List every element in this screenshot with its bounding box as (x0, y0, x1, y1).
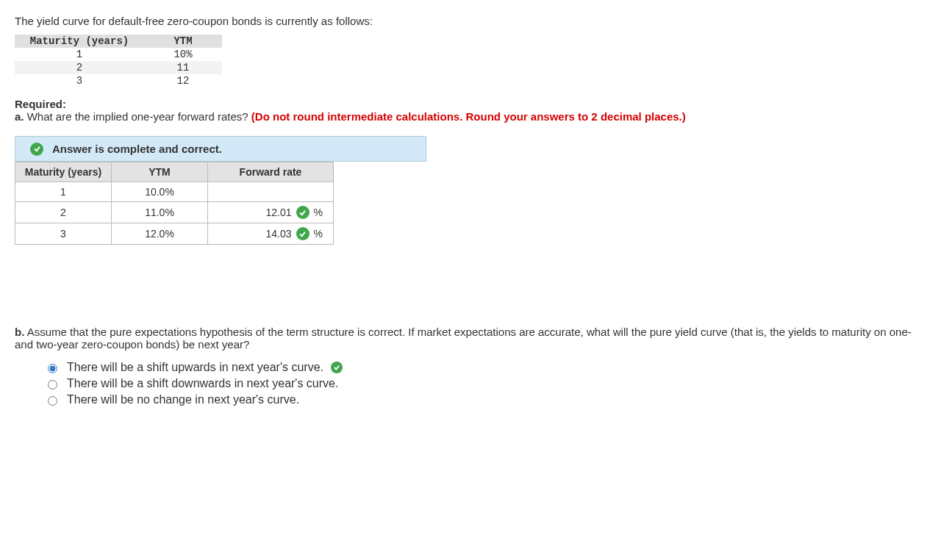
option-radio[interactable] (48, 364, 57, 373)
option-label: There will be a shift downwards in next … (67, 377, 338, 390)
given-cell: 11 (144, 61, 222, 74)
given-header-maturity: Maturity (years) (15, 35, 144, 48)
fwd-value: 14.03 (260, 228, 292, 240)
ytm-cell: 12.0% (112, 223, 208, 245)
table-row: 1 10.0% (15, 182, 334, 202)
part-b-prompt: b. Assume that the pure expectations hyp… (15, 326, 926, 351)
ytm-cell: 11.0% (112, 202, 208, 223)
pct-label: % (314, 228, 323, 240)
banner-text: Answer is complete and correct. (52, 143, 222, 155)
given-table: Maturity (years) YTM 110% 211 312 (15, 35, 222, 87)
fwd-value: 12.01 (260, 207, 292, 218)
table-row: 2 11.0% 12.01 % (15, 202, 334, 223)
ans-header-ytm: YTM (112, 162, 208, 182)
part-a-text: What are the implied one-year forward ra… (24, 110, 251, 123)
ytm-cell: 10.0% (112, 182, 208, 202)
intro-text: The yield curve for default-free zero-co… (15, 15, 926, 27)
check-icon (296, 227, 310, 240)
option-row: There will be a shift downwards in next … (44, 377, 926, 390)
ans-header-fwd: Forward rate (208, 162, 334, 182)
given-cell: 3 (15, 74, 144, 87)
fwd-cell[interactable]: 12.01 % (208, 202, 334, 223)
table-row: 3 12.0% 14.03 % (15, 223, 334, 245)
part-a-prompt: a. What are the implied one-year forward… (15, 110, 926, 123)
part-a-hint: (Do not round intermediate calculations.… (251, 110, 686, 123)
option-label: There will be no change in next year's c… (67, 393, 299, 406)
required-label: Required: (15, 98, 926, 110)
given-cell: 1 (15, 48, 144, 61)
option-radio[interactable] (48, 380, 57, 390)
fwd-cell (208, 182, 334, 202)
check-icon (30, 143, 43, 156)
option-row: There will be a shift upwards in next ye… (44, 361, 926, 374)
check-icon (331, 362, 343, 373)
given-cell: 12 (144, 74, 222, 87)
check-icon (296, 206, 310, 219)
fwd-cell[interactable]: 14.03 % (208, 223, 334, 245)
mat-cell: 2 (15, 202, 112, 223)
answer-banner: Answer is complete and correct. (15, 136, 426, 162)
given-header-ytm: YTM (144, 35, 222, 48)
part-b-prefix: b. (15, 326, 24, 338)
mat-cell: 1 (15, 182, 112, 202)
options-group: There will be a shift upwards in next ye… (44, 361, 926, 406)
mat-cell: 3 (15, 223, 112, 245)
ans-header-maturity: Maturity (years) (15, 162, 112, 182)
option-label: There will be a shift upwards in next ye… (67, 361, 323, 374)
given-cell: 2 (15, 61, 144, 74)
pct-label: % (314, 207, 323, 218)
answer-table: Maturity (years) YTM Forward rate 1 10.0… (15, 162, 334, 245)
part-a-prefix: a. (15, 110, 24, 123)
option-radio[interactable] (48, 396, 57, 406)
part-b-text: Assume that the pure expectations hypoth… (15, 326, 912, 351)
option-row: There will be no change in next year's c… (44, 393, 926, 406)
given-cell: 10% (144, 48, 222, 61)
